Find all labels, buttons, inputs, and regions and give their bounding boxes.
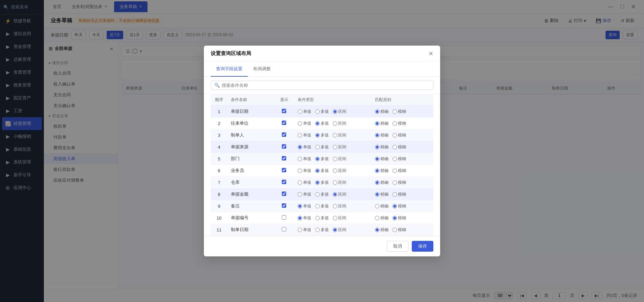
match-radio-模糊[interactable]: 模糊 xyxy=(393,144,406,150)
modal-footer: 取消 保存 xyxy=(204,236,440,256)
type-radio-单值[interactable]: 单值 xyxy=(298,168,311,174)
type-radio-单值[interactable]: 单值 xyxy=(298,227,311,233)
table-row: 8单据金额单值多值区间精确模糊 xyxy=(211,188,433,200)
match-radio-精确[interactable]: 精确 xyxy=(375,215,388,221)
save-button[interactable]: 保存 xyxy=(412,241,433,252)
show-checkbox[interactable] xyxy=(282,133,286,138)
modal-search: 🔍 xyxy=(204,77,440,94)
match-radio-模糊[interactable]: 模糊 xyxy=(393,215,406,221)
match-radio-模糊[interactable]: 模糊 xyxy=(393,203,406,209)
type-radio-区间[interactable]: 区间 xyxy=(333,109,346,115)
type-radio-多值[interactable]: 多值 xyxy=(315,144,329,150)
match-radio-模糊[interactable]: 模糊 xyxy=(393,132,406,138)
row-type-cell: 单值多值区间 xyxy=(294,212,372,224)
show-checkbox[interactable] xyxy=(282,121,286,126)
match-radio-模糊[interactable]: 模糊 xyxy=(393,192,406,197)
modal-search-input[interactable] xyxy=(222,83,430,88)
table-row: 9备注单值多值区间精确模糊 xyxy=(211,200,433,212)
match-radio-模糊[interactable]: 模糊 xyxy=(393,180,406,185)
type-radio-区间[interactable]: 区间 xyxy=(333,192,346,197)
table-row: 5部门单值多值区间精确模糊 xyxy=(211,153,433,165)
table-row: 1单据日期单值多值区间精确模糊 xyxy=(211,106,433,118)
type-radio-单值[interactable]: 单值 xyxy=(298,144,311,150)
row-show-cell xyxy=(274,188,294,200)
match-radio-模糊[interactable]: 模糊 xyxy=(393,121,406,126)
type-radio-多值[interactable]: 多值 xyxy=(315,121,329,126)
show-checkbox[interactable] xyxy=(282,227,286,232)
match-radio-模糊[interactable]: 模糊 xyxy=(393,156,406,162)
type-radio-多值[interactable]: 多值 xyxy=(315,168,329,174)
row-condition-name: 单据来源 xyxy=(227,141,274,153)
modal-tab-query-fields[interactable]: 查询字段设置 xyxy=(211,62,248,77)
match-radio-精确[interactable]: 精确 xyxy=(375,109,388,115)
type-radio-单值[interactable]: 单值 xyxy=(298,132,311,138)
match-radio-精确[interactable]: 精确 xyxy=(375,180,388,185)
show-checkbox[interactable] xyxy=(282,216,286,221)
show-checkbox[interactable] xyxy=(282,156,286,161)
row-show-cell xyxy=(274,212,294,224)
row-condition-name: 往来单位 xyxy=(227,118,274,129)
show-checkbox[interactable] xyxy=(282,180,286,185)
type-radio-区间[interactable]: 区间 xyxy=(333,180,346,185)
show-checkbox[interactable] xyxy=(282,168,286,173)
match-radio-精确[interactable]: 精确 xyxy=(375,192,388,197)
match-radio-模糊[interactable]: 模糊 xyxy=(393,227,406,233)
type-radio-多值[interactable]: 多值 xyxy=(315,192,329,197)
cancel-button[interactable]: 取消 xyxy=(387,241,408,252)
type-radio-单值[interactable]: 单值 xyxy=(298,156,311,162)
show-checkbox[interactable] xyxy=(282,109,286,114)
type-radio-区间[interactable]: 区间 xyxy=(333,203,346,209)
modal-tab-layout[interactable]: 布局调整 xyxy=(248,62,276,77)
match-radio-精确[interactable]: 精确 xyxy=(375,227,388,233)
type-radio-单值[interactable]: 单值 xyxy=(298,180,311,185)
type-radio-区间[interactable]: 区间 xyxy=(333,227,346,233)
show-checkbox[interactable] xyxy=(282,192,286,197)
type-radio-多值[interactable]: 多值 xyxy=(315,227,329,233)
table-row: 6业务员单值多值区间精确模糊 xyxy=(211,165,433,177)
table-row: 11制单日期单值多值区间精确模糊 xyxy=(211,224,433,236)
type-radio-多值[interactable]: 多值 xyxy=(315,132,329,138)
row-order: 2 xyxy=(211,118,227,129)
row-condition-name: 单据日期 xyxy=(227,106,274,118)
modal-close-btn[interactable]: ✕ xyxy=(428,51,433,57)
show-checkbox[interactable] xyxy=(282,145,286,150)
modal-overlay[interactable]: 设置查询区域布局 ✕ 查询字段设置 布局调整 🔍 xyxy=(0,0,644,302)
type-radio-区间[interactable]: 区间 xyxy=(333,144,346,150)
type-radio-多值[interactable]: 多值 xyxy=(315,109,329,115)
match-radio-精确[interactable]: 精确 xyxy=(375,144,388,150)
match-radio-精确[interactable]: 精确 xyxy=(375,168,388,174)
match-radio-精确[interactable]: 精确 xyxy=(375,156,388,162)
match-radio-精确[interactable]: 精确 xyxy=(375,203,388,209)
match-radio-精确[interactable]: 精确 xyxy=(375,121,388,126)
type-radio-多值[interactable]: 多值 xyxy=(315,203,329,209)
type-radio-多值[interactable]: 多值 xyxy=(315,180,329,185)
type-radio-多值[interactable]: 多值 xyxy=(315,156,329,162)
type-radio-区间[interactable]: 区间 xyxy=(333,168,346,174)
row-type-cell: 单值多值区间 xyxy=(294,153,372,165)
match-radio-模糊[interactable]: 模糊 xyxy=(393,109,406,115)
th-match: 匹配原则 xyxy=(372,94,433,106)
type-radio-区间[interactable]: 区间 xyxy=(333,132,346,138)
match-radio-精确[interactable]: 精确 xyxy=(375,132,388,138)
type-radio-单值[interactable]: 单值 xyxy=(298,109,311,115)
row-condition-name: 单据金额 xyxy=(227,188,274,200)
row-match-cell: 精确模糊 xyxy=(372,212,433,224)
row-condition-name: 备注 xyxy=(227,200,274,212)
type-radio-多值[interactable]: 多值 xyxy=(315,215,329,221)
row-match-cell: 精确模糊 xyxy=(372,129,433,141)
row-match-cell: 精确模糊 xyxy=(372,188,433,200)
type-radio-区间[interactable]: 区间 xyxy=(333,156,346,162)
table-row: 3制单人单值多值区间精确模糊 xyxy=(211,129,433,141)
type-radio-单值[interactable]: 单值 xyxy=(298,121,311,126)
show-checkbox[interactable] xyxy=(282,204,286,209)
type-radio-单值[interactable]: 单值 xyxy=(298,215,311,221)
table-row: 4单据来源单值多值区间精确模糊 xyxy=(211,141,433,153)
type-radio-区间[interactable]: 区间 xyxy=(333,215,346,221)
type-radio-区间[interactable]: 区间 xyxy=(333,121,346,126)
row-match-cell: 精确模糊 xyxy=(372,141,433,153)
type-radio-单值[interactable]: 单值 xyxy=(298,192,311,197)
row-show-cell xyxy=(274,200,294,212)
match-radio-模糊[interactable]: 模糊 xyxy=(393,168,406,174)
type-radio-单值[interactable]: 单值 xyxy=(298,203,311,209)
row-match-cell: 精确模糊 xyxy=(372,224,433,236)
